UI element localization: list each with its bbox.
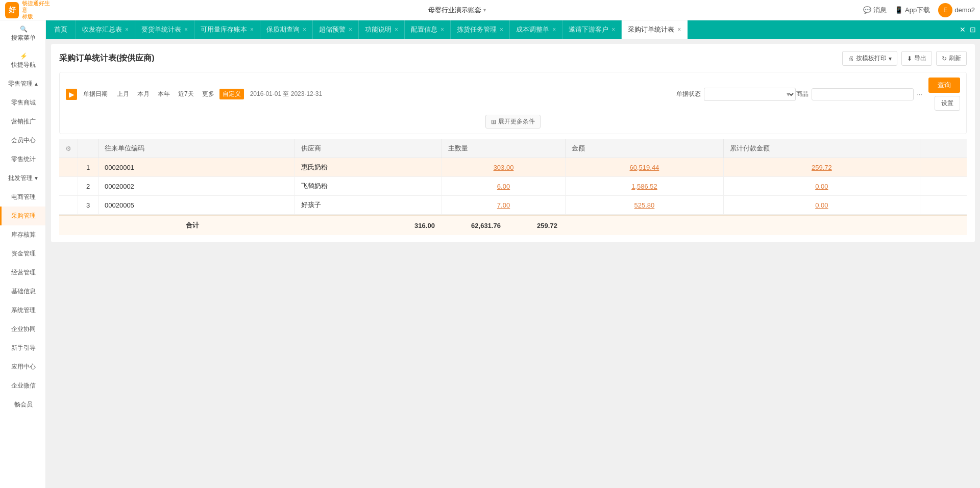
data-table: ⚙ 往来单位编码 供应商 主数量: [59, 139, 967, 215]
sidebar-item-search[interactable]: 🔍 搜索菜单: [0, 20, 45, 47]
tab-invite-customer[interactable]: 邀请下游客户 ×: [562, 20, 622, 39]
filter-toggle-button[interactable]: ▶: [66, 89, 77, 100]
expand-down-icon: ⊞: [491, 118, 496, 125]
tab-pick-task[interactable]: 拣货任务管理 ×: [451, 20, 510, 39]
row-paid[interactable]: 259.72: [723, 158, 920, 177]
tab-close-icon[interactable]: ×: [395, 27, 398, 33]
export-button[interactable]: ⬇ 导出: [901, 51, 932, 66]
search-button[interactable]: 查询: [928, 78, 960, 93]
sidebar-item-wholesale[interactable]: 批发管理 ▼: [0, 169, 45, 188]
tab-home[interactable]: 首页: [46, 20, 76, 39]
date-shortcut-this-month[interactable]: 本月: [134, 89, 153, 99]
top-bar: 好 畅捷通好生意 标版 母婴行业演示账套 ▾ 💬 消息 📱 App下载 E de…: [0, 0, 980, 20]
row-index: 1: [78, 158, 99, 177]
sidebar-item-appcenter[interactable]: 应用中心: [0, 357, 45, 376]
tab-overstock-warning[interactable]: 超储预警 ×: [313, 20, 359, 39]
row-extra: [920, 196, 967, 215]
status-select[interactable]: [704, 88, 796, 101]
expand-more-button[interactable]: ⊞ 展开更多条件: [485, 115, 541, 129]
sidebar-item-marketing[interactable]: 营销推广: [0, 112, 45, 131]
sidebar-item-inventory[interactable]: 库存核算: [0, 225, 45, 244]
refresh-button[interactable]: ↻ 刷新: [936, 51, 967, 66]
sidebar-item-vip[interactable]: 畅会员: [0, 395, 45, 414]
footer-amount: 62,631.76: [455, 217, 517, 235]
workspace-name: 母婴行业演示账套: [428, 6, 481, 15]
footer-qty: 316.00: [394, 217, 455, 235]
tab-cost-adjust[interactable]: 成本调整单 ×: [510, 20, 562, 39]
row-settings-cell: [59, 158, 78, 177]
row-index: 2: [78, 177, 99, 196]
row-amount[interactable]: 1,586.52: [566, 177, 724, 196]
app-download-button[interactable]: 📱 App下载: [895, 6, 930, 15]
tab-maximize-button[interactable]: ⊡: [970, 25, 976, 34]
chevron-up-icon: ▲: [34, 81, 39, 87]
message-button[interactable]: 💬 消息: [863, 6, 887, 15]
sidebar: 🔍 搜索菜单 ⚡ 快捷导航 零售管理 ▲ 零售商城 营销推广 会员中心 零售统计…: [0, 20, 46, 488]
row-paid[interactable]: 0.00: [723, 196, 920, 215]
tab-close-icon[interactable]: ×: [184, 27, 188, 33]
sidebar-item-retail[interactable]: 零售管理 ▲: [0, 74, 45, 93]
chevron-down-icon: ▾: [889, 55, 892, 62]
page-title: 采购订单统计表(按供应商): [59, 53, 155, 64]
date-shortcut-this-year[interactable]: 本年: [155, 89, 173, 99]
tab-purchase-summary[interactable]: 采购订单统计表 ×: [622, 20, 688, 39]
column-settings-icon[interactable]: ⚙: [65, 145, 71, 152]
tab-receive-summary[interactable]: 收发存汇总表 ×: [76, 20, 135, 39]
tab-function-desc[interactable]: 功能说明 ×: [359, 20, 405, 39]
workspace-selector[interactable]: 母婴行业演示账套 ▾: [428, 6, 486, 15]
goods-input-more-icon[interactable]: ···: [917, 90, 922, 98]
date-shortcut-7days[interactable]: 近7天: [175, 89, 197, 99]
tab-close-icon[interactable]: ×: [440, 27, 444, 33]
tab-available-stock[interactable]: 可用量库存账本 ×: [194, 20, 260, 39]
sidebar-item-purchase[interactable]: 采购管理: [0, 207, 45, 225]
row-supplier: 好孩子: [295, 196, 442, 215]
row-amount[interactable]: 60,519.44: [566, 158, 724, 177]
th-index: [78, 139, 99, 158]
sidebar-item-system[interactable]: 系统管理: [0, 301, 45, 320]
sidebar-item-basic[interactable]: 基础信息: [0, 282, 45, 301]
user-area[interactable]: E demo2: [938, 3, 975, 17]
date-shortcut-last-month[interactable]: 上月: [114, 89, 132, 99]
row-paid[interactable]: 0.00: [723, 177, 920, 196]
top-right-area: 💬 消息 📱 App下载 E demo2: [863, 3, 975, 17]
sidebar-item-retail-stat[interactable]: 零售统计: [0, 150, 45, 169]
tab-close-icon[interactable]: ×: [250, 27, 254, 33]
data-table-wrap: ⚙ 往来单位编码 供应商 主数量: [59, 139, 967, 235]
tab-close-icon[interactable]: ×: [349, 27, 352, 33]
settings-button[interactable]: 设置: [935, 96, 960, 111]
sidebar-item-newguide[interactable]: 新手引导: [0, 339, 45, 357]
chevron-down-icon: ▾: [483, 7, 486, 13]
row-amount[interactable]: 525.80: [566, 196, 724, 215]
page-content: 采购订单统计表(按供应商) 🖨 按模板打印 ▾ ⬇ 导出 ↻: [46, 39, 980, 488]
row-qty[interactable]: 303.00: [442, 158, 565, 177]
tab-close-icon[interactable]: ×: [677, 27, 681, 33]
date-custom-tag[interactable]: 自定义: [219, 89, 244, 99]
sidebar-item-wechat[interactable]: 企业微信: [0, 376, 45, 395]
th-code: 往来单位编码: [99, 139, 295, 158]
template-print-button[interactable]: 🖨 按模板打印 ▾: [842, 51, 897, 66]
tab-close-icon[interactable]: ×: [303, 27, 306, 33]
date-shortcut-more[interactable]: 更多: [199, 89, 217, 99]
tab-close-all-button[interactable]: ✕: [960, 25, 966, 34]
sidebar-item-finance[interactable]: 资金管理: [0, 244, 45, 263]
sidebar-item-ecommerce[interactable]: 电商管理: [0, 188, 45, 207]
tab-close-icon[interactable]: ×: [611, 27, 615, 33]
sidebar-item-member[interactable]: 会员中心: [0, 131, 45, 150]
sidebar-item-operations[interactable]: 经营管理: [0, 263, 45, 282]
row-qty[interactable]: 6.00: [442, 177, 565, 196]
tab-close-icon[interactable]: ×: [552, 27, 556, 33]
tab-close-icon[interactable]: ×: [500, 27, 503, 33]
chevron-down-icon: ▼: [34, 175, 39, 181]
page-card: 采购订单统计表(按供应商) 🖨 按模板打印 ▾ ⬇ 导出 ↻: [51, 44, 975, 242]
tab-close-icon[interactable]: ×: [125, 27, 129, 33]
sidebar-item-enterprise[interactable]: 企业协同: [0, 320, 45, 339]
sidebar-item-shortcut[interactable]: ⚡ 快捷导航: [0, 47, 45, 74]
goods-input[interactable]: [812, 88, 914, 100]
tab-expiry-query[interactable]: 保质期查询 ×: [260, 20, 313, 39]
tab-config-info[interactable]: 配置信息 ×: [405, 20, 451, 39]
tab-demand-summary[interactable]: 要货单统计表 ×: [135, 20, 194, 39]
sidebar-item-retail-shop[interactable]: 零售商城: [0, 93, 45, 112]
filter-area: ▶ 单据日期 上月 本月 本年 近7天 更多 自定义 2016-01-01 至 …: [59, 72, 967, 134]
row-code: 00020002: [99, 177, 295, 196]
row-qty[interactable]: 7.00: [442, 196, 565, 215]
